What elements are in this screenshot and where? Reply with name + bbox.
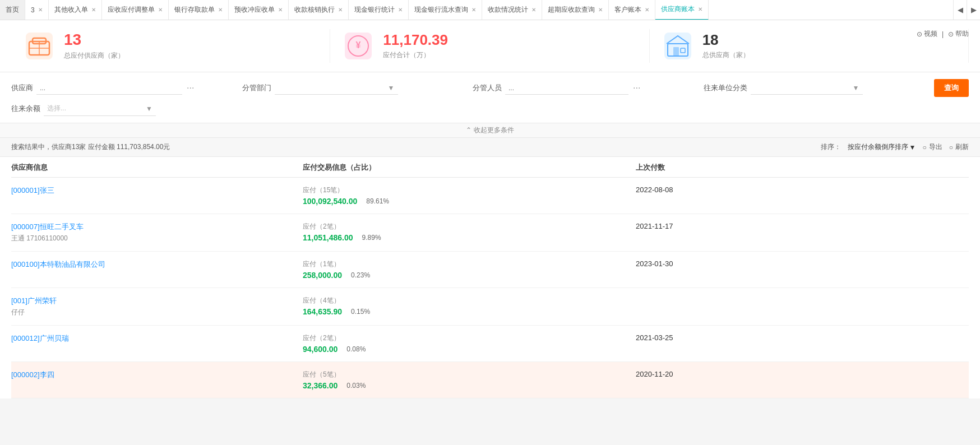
category-filter-label: 往来单位分类 bbox=[704, 83, 747, 93]
supplier-link-1[interactable]: [000007]恒旺二手叉车 bbox=[11, 222, 84, 231]
nav-tab-home[interactable]: 首页 bbox=[0, 0, 25, 20]
close-tab-prepay-ar[interactable]: ✕ bbox=[278, 7, 283, 13]
person-filter-input[interactable] bbox=[505, 82, 628, 95]
video-link[interactable]: ⊙ 视频 bbox=[917, 29, 937, 39]
sort-value[interactable]: 按应付余额倒序排序 ▼ bbox=[848, 142, 916, 152]
ap-amount-icon: ¥ bbox=[341, 29, 375, 63]
last-pay-5: 2020-11-20 bbox=[636, 370, 969, 378]
supplier-cell-5: [000002]李四 bbox=[11, 370, 303, 380]
collapse-bar[interactable]: ⌃ 收起更多条件 bbox=[0, 123, 980, 138]
supplier-link-0[interactable]: [000001]张三 bbox=[11, 186, 54, 194]
filter-area: 供应商 ··· 分管部门 ▼ 分管人员 ··· 往来单位分类 ▼ 查询 bbox=[0, 72, 980, 123]
total-supplier-info: 18 总供应商（家） bbox=[702, 32, 750, 60]
summary-area: 13 总应付供应商（家） ¥ 11,170.39 应付合计（万） bbox=[0, 20, 980, 72]
person-filter-dots: ··· bbox=[633, 83, 640, 93]
supplier-link-3[interactable]: [001]广州荣轩 bbox=[11, 296, 57, 305]
close-tab-bank-deposit[interactable]: ✕ bbox=[218, 7, 223, 13]
refresh-icon: ○ bbox=[949, 143, 953, 151]
ap-supplier-icon bbox=[22, 29, 56, 63]
col-header-tx: 应付交易信息（占比） bbox=[303, 163, 636, 173]
close-tab-overdue-ar[interactable]: ✕ bbox=[598, 7, 603, 13]
result-summary-text: 搜索结果中，供应商13家 应付金额 111,703,854.00元 bbox=[11, 142, 170, 152]
category-filter-select[interactable]: ▼ bbox=[751, 82, 863, 95]
nav-tab-collection-exec[interactable]: 收款核销执行 ✕ bbox=[289, 0, 349, 20]
person-filter-label: 分管人员 bbox=[473, 83, 502, 93]
close-tab-other-income[interactable]: ✕ bbox=[91, 7, 96, 13]
refresh-button[interactable]: ○ 刷新 bbox=[949, 142, 969, 152]
close-tab-cash-flow[interactable]: ✕ bbox=[471, 7, 476, 13]
ap-total-amount: 11,170.39 bbox=[383, 32, 448, 48]
close-tab-customer-account[interactable]: ✕ bbox=[645, 7, 649, 13]
nav-tab-other-income[interactable]: 其他收入单 ✕ bbox=[49, 0, 102, 20]
nav-tab-prepay-ar[interactable]: 预收冲应收单 ✕ bbox=[229, 0, 289, 20]
total-supplier-label: 总供应商（家） bbox=[702, 50, 750, 60]
export-button[interactable]: ○ 导出 bbox=[923, 142, 942, 152]
nav-tab-cash-flow[interactable]: 现金银行流水查询 ✕ bbox=[409, 0, 482, 20]
supplier-filter-input[interactable] bbox=[36, 82, 182, 95]
balance-filter-label: 往来余额 bbox=[11, 104, 40, 114]
supplier-link-4[interactable]: [000012]广州贝瑞 bbox=[11, 334, 69, 342]
col-header-supplier: 供应商信息 bbox=[11, 163, 303, 173]
table-area: 供应商信息 应付交易信息（占比） 上次付数 [000001]张三 应付（15笔）… bbox=[0, 157, 980, 398]
nav-tab-customer-account[interactable]: 客户账本 ✕ bbox=[609, 0, 655, 20]
table-row: [000007]恒旺二手叉车 王通 17106110000 应付（2笔） 11,… bbox=[11, 214, 969, 252]
close-tab-supplier-account[interactable]: ✕ bbox=[698, 6, 702, 12]
supplier-cell-3: [001]广州荣轩 仔仔 bbox=[11, 296, 303, 317]
sort-label: 排序： bbox=[821, 142, 841, 152]
svg-text:¥: ¥ bbox=[356, 40, 361, 50]
nav-prev-button[interactable]: ◀ bbox=[953, 0, 967, 20]
nav-next-button[interactable]: ▶ bbox=[967, 0, 980, 20]
help-icon: ⊙ bbox=[948, 30, 954, 38]
tx-cell-2: 应付（1笔） 258,000.00 0.23% bbox=[303, 259, 636, 280]
nav-tab-ar-ap-adjust[interactable]: 应收应付调整单 ✕ bbox=[102, 0, 169, 20]
result-bar-right: 排序： 按应付余额倒序排序 ▼ ○ 导出 ○ 刷新 bbox=[821, 142, 969, 152]
nav-tab-collection-stats[interactable]: 收款情况统计 ✕ bbox=[482, 0, 542, 20]
close-tab-3[interactable]: ✕ bbox=[38, 7, 43, 13]
filter-balance: 往来余额 选择... ▼ bbox=[11, 101, 191, 116]
nav-tab-cash-stats[interactable]: 现金银行统计 ✕ bbox=[349, 0, 409, 20]
table-row: [000002]李四 应付（5笔） 32,366.00 0.03% 2020-1… bbox=[11, 362, 969, 398]
supplier-filter-label: 供应商 bbox=[11, 83, 33, 93]
last-pay-0: 2022-08-08 bbox=[636, 186, 969, 194]
ap-supplier-info: 13 总应付供应商（家） bbox=[64, 31, 124, 61]
close-tab-cash-stats[interactable]: ✕ bbox=[398, 7, 403, 13]
balance-dropdown-icon: ▼ bbox=[146, 105, 152, 113]
supplier-link-2[interactable]: [000100]本特勒油品有限公司 bbox=[11, 260, 105, 268]
filter-row-1: 供应商 ··· 分管部门 ▼ 分管人员 ··· 往来单位分类 ▼ 查询 bbox=[11, 79, 969, 97]
filter-supplier: 供应商 ··· bbox=[11, 82, 233, 95]
close-tab-collection-exec[interactable]: ✕ bbox=[338, 7, 343, 13]
supplier-cell-1: [000007]恒旺二手叉车 王通 17106110000 bbox=[11, 222, 303, 243]
table-row: [000012]广州贝瑞 应付（2笔） 94,600.00 0.08% 2021… bbox=[11, 326, 969, 362]
search-button[interactable]: 查询 bbox=[934, 79, 969, 97]
category-dropdown-icon: ▼ bbox=[853, 84, 859, 92]
filter-category: 往来单位分类 ▼ bbox=[704, 82, 926, 95]
ap-amount-label: 应付合计（万） bbox=[383, 50, 448, 60]
close-tab-ar-ap-adjust[interactable]: ✕ bbox=[158, 7, 163, 13]
ap-supplier-count: 13 bbox=[64, 31, 124, 49]
balance-filter-select[interactable]: 选择... ▼ bbox=[44, 101, 156, 116]
nav-tab-bank-deposit[interactable]: 银行存取款单 ✕ bbox=[169, 0, 229, 20]
last-pay-2: 2023-01-30 bbox=[636, 259, 969, 268]
filter-person: 分管人员 ··· bbox=[473, 82, 695, 95]
svg-rect-10 bbox=[673, 47, 679, 56]
col-header-last-pay: 上次付数 bbox=[636, 163, 969, 173]
total-supplier-count: 18 bbox=[702, 32, 750, 48]
tx-cell-5: 应付（5笔） 32,366.00 0.03% bbox=[303, 370, 636, 390]
last-pay-1: 2021-11-17 bbox=[636, 222, 969, 230]
supplier-filter-dots: ··· bbox=[187, 83, 194, 93]
close-tab-collection-stats[interactable]: ✕ bbox=[531, 7, 536, 13]
top-navigation: 首页 3 ✕ 其他收入单 ✕ 应收应付调整单 ✕ 银行存取款单 ✕ 预收冲应收单… bbox=[0, 0, 980, 20]
nav-tab-3[interactable]: 3 ✕ bbox=[25, 0, 49, 20]
tx-cell-1: 应付（2笔） 11,051,486.00 9.89% bbox=[303, 222, 636, 242]
tx-cell-0: 应付（15笔） 100,092,540.00 89.61% bbox=[303, 186, 636, 206]
filter-row-2: 往来余额 选择... ▼ bbox=[11, 101, 969, 116]
help-link[interactable]: ⊙ 帮助 bbox=[948, 29, 969, 39]
dept-filter-select[interactable]: ▼ bbox=[275, 82, 398, 95]
nav-tab-supplier-account[interactable]: 供应商账本 ✕ bbox=[655, 0, 709, 20]
supplier-link-5[interactable]: [000002]李四 bbox=[11, 370, 54, 379]
table-row: [000100]本特勒油品有限公司 应付（1笔） 258,000.00 0.23… bbox=[11, 252, 969, 288]
export-icon: ○ bbox=[923, 143, 927, 151]
nav-tab-overdue-ar[interactable]: 超期应收款查询 ✕ bbox=[542, 0, 609, 20]
supplier-cell-0: [000001]张三 bbox=[11, 186, 303, 196]
ap-amount-info: 11,170.39 应付合计（万） bbox=[383, 32, 448, 60]
